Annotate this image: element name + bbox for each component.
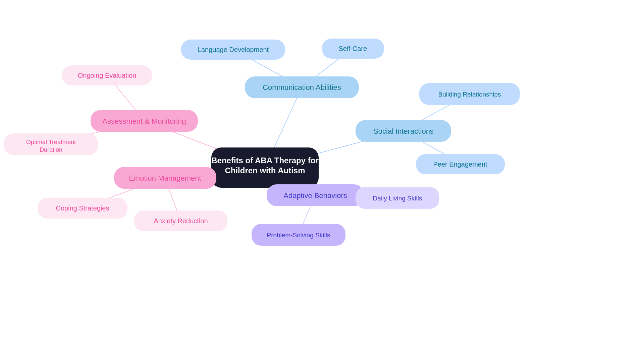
center-label-2: Children with Autism bbox=[225, 166, 305, 175]
social-interactions-label: Social Interactions bbox=[373, 127, 434, 135]
self-care-label: Self-Care bbox=[339, 45, 367, 52]
communication-label: Communication Abilities bbox=[263, 83, 341, 92]
emotion-management-label: Emotion Management bbox=[129, 174, 201, 182]
ongoing-evaluation-label: Ongoing Evaluation bbox=[78, 72, 137, 79]
optimal-treatment-label-2: Duration bbox=[40, 146, 62, 153]
building-relationships-label: Building Relationships bbox=[438, 91, 501, 98]
peer-engagement-label: Peer Engagement bbox=[433, 161, 487, 168]
problem-solving-label: Problem-Solving Skills bbox=[267, 232, 330, 239]
anxiety-reduction-label: Anxiety Reduction bbox=[154, 217, 208, 225]
mindmap-diagram: Benefits of ABA Therapy for Children wit… bbox=[0, 0, 644, 363]
daily-living-skills-label: Daily Living Skills bbox=[373, 195, 422, 202]
language-dev-label: Language Development bbox=[198, 46, 269, 53]
assessment-monitoring-label: Assessment & Monitoring bbox=[102, 117, 186, 125]
adaptive-behaviors-label: Adaptive Behaviors bbox=[283, 191, 347, 200]
coping-strategies-label: Coping Strategies bbox=[56, 204, 109, 212]
center-label: Benefits of ABA Therapy for bbox=[211, 156, 319, 165]
optimal-treatment-label-1: Optimal Treatment bbox=[26, 139, 76, 145]
